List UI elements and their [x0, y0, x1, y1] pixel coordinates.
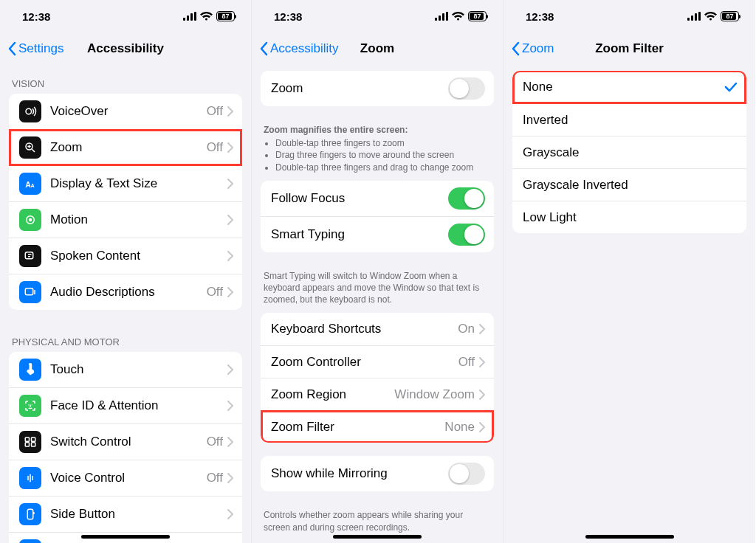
- row-follow-focus[interactable]: Follow Focus: [261, 181, 494, 216]
- row-label: Show while Mirroring: [271, 466, 448, 481]
- footer-zoom-help: Zoom magnifies the entire screen: Double…: [252, 120, 503, 181]
- svg-rect-3: [194, 12, 196, 21]
- chevron-right-icon: [227, 509, 233, 519]
- row-label: Zoom Filter: [271, 420, 444, 435]
- home-indicator[interactable]: [585, 535, 674, 539]
- battery-icon: 87: [468, 11, 487, 21]
- home-indicator[interactable]: [333, 535, 422, 539]
- wifi-icon: [200, 12, 213, 21]
- row-value: Off: [207, 471, 223, 485]
- svg-point-4: [26, 108, 32, 114]
- status-bar: 12:38 87: [252, 0, 503, 32]
- row-zoom[interactable]: Zoom Off: [9, 129, 242, 165]
- svg-point-9: [30, 219, 32, 221]
- group-zoom-options: Keyboard Shortcuts On Zoom Controller Of…: [261, 313, 494, 443]
- row-smart-typing[interactable]: Smart Typing: [261, 216, 494, 252]
- row-zoom-toggle[interactable]: Zoom: [261, 71, 494, 106]
- svg-rect-28: [691, 15, 693, 21]
- svg-rect-30: [698, 12, 701, 21]
- watch-icon: [19, 539, 41, 543]
- row-value: Off: [207, 435, 223, 449]
- battery-icon: 87: [216, 11, 235, 21]
- status-time: 12:38: [526, 10, 554, 23]
- chevron-left-icon: [511, 41, 520, 56]
- svg-rect-25: [442, 13, 444, 21]
- chevron-right-icon: [227, 106, 233, 117]
- section-header-vision: VISION: [0, 65, 251, 94]
- audio-descriptions-icon: [19, 281, 41, 303]
- row-spoken-content[interactable]: Spoken Content: [9, 238, 242, 274]
- back-label: Zoom: [522, 41, 554, 56]
- back-button[interactable]: Accessibility: [259, 41, 339, 56]
- option-inverted[interactable]: Inverted: [512, 103, 746, 136]
- row-display-text-size[interactable]: AA Display & Text Size: [9, 165, 242, 201]
- svg-text:A: A: [31, 183, 35, 188]
- row-audio-descriptions[interactable]: Audio Descriptions Off: [9, 274, 242, 310]
- svg-rect-29: [695, 13, 697, 21]
- svg-rect-15: [32, 443, 35, 446]
- toggle-follow-focus[interactable]: [448, 187, 485, 210]
- row-label: Zoom Controller: [271, 355, 458, 370]
- text-size-icon: AA: [19, 173, 41, 195]
- svg-rect-13: [32, 437, 35, 441]
- nav-bar: Accessibility Zoom: [252, 32, 503, 65]
- status-bar: 12:38 87: [504, 0, 755, 32]
- voiceover-icon: [19, 100, 41, 122]
- option-grayscale-inverted[interactable]: Grayscale Inverted: [512, 168, 746, 201]
- home-indicator[interactable]: [81, 535, 170, 539]
- toggle-smart-typing[interactable]: [448, 224, 485, 246]
- toggle-show-mirroring[interactable]: [448, 463, 485, 485]
- row-voiceover[interactable]: VoiceOver Off: [9, 94, 242, 129]
- screen-zoom: 12:38 87 Accessibility Zoom Zoom: [252, 0, 504, 543]
- status-indicators: 87: [687, 11, 739, 21]
- row-side-button[interactable]: Side Button: [9, 496, 242, 532]
- row-label: Zoom: [271, 81, 448, 96]
- row-value: None: [444, 420, 475, 435]
- group-focus: Follow Focus Smart Typing: [261, 181, 494, 252]
- chevron-right-icon: [227, 437, 233, 447]
- switch-control-icon: [19, 431, 41, 453]
- row-keyboard-shortcuts[interactable]: Keyboard Shortcuts On: [261, 313, 494, 345]
- chevron-right-icon: [227, 142, 233, 153]
- row-value: Off: [458, 355, 475, 370]
- group-zoom-toggle: Zoom: [261, 71, 494, 106]
- section-header-motor: PHYSICAL AND MOTOR: [0, 323, 251, 352]
- toggle-zoom[interactable]: [448, 77, 485, 100]
- row-switch-control[interactable]: Switch Control Off: [9, 423, 242, 460]
- back-label: Accessibility: [270, 41, 339, 56]
- zoom-icon: [19, 136, 41, 159]
- row-value: Window Zoom: [394, 387, 475, 402]
- faceid-icon: [19, 395, 41, 417]
- svg-rect-24: [439, 15, 441, 21]
- option-none[interactable]: None: [512, 71, 746, 103]
- row-label: Zoom: [50, 140, 207, 155]
- side-button-icon: [19, 503, 41, 525]
- row-zoom-filter[interactable]: Zoom Filter None: [261, 410, 494, 443]
- nav-bar: Settings Accessibility: [0, 32, 251, 65]
- row-voice-control[interactable]: Voice Control Off: [9, 460, 242, 496]
- chevron-right-icon: [479, 324, 485, 334]
- option-label: Grayscale: [523, 145, 738, 160]
- touch-icon: [19, 359, 41, 381]
- option-label: Low Light: [523, 210, 738, 225]
- back-button[interactable]: Zoom: [511, 41, 554, 56]
- back-button[interactable]: Settings: [7, 41, 63, 56]
- row-value: Off: [207, 104, 223, 119]
- row-touch[interactable]: Touch: [9, 352, 242, 387]
- row-faceid[interactable]: Face ID & Attention: [9, 387, 242, 423]
- option-label: Inverted: [523, 113, 738, 128]
- row-value: Off: [207, 285, 223, 300]
- row-zoom-controller[interactable]: Zoom Controller Off: [261, 345, 494, 378]
- option-low-light[interactable]: Low Light: [512, 201, 746, 233]
- row-motion[interactable]: Motion: [9, 201, 242, 238]
- chevron-right-icon: [227, 251, 233, 261]
- nav-bar: Zoom Zoom Filter: [504, 32, 755, 65]
- row-zoom-region[interactable]: Zoom Region Window Zoom: [261, 378, 494, 410]
- row-show-while-mirroring[interactable]: Show while Mirroring: [261, 456, 494, 491]
- cellular-icon: [435, 12, 448, 21]
- option-grayscale[interactable]: Grayscale: [512, 136, 746, 168]
- svg-rect-12: [25, 437, 29, 441]
- screen-accessibility: 12:38 87 Settings Accessibility VISION V…: [0, 0, 252, 543]
- svg-rect-26: [446, 12, 448, 21]
- chevron-right-icon: [479, 390, 485, 400]
